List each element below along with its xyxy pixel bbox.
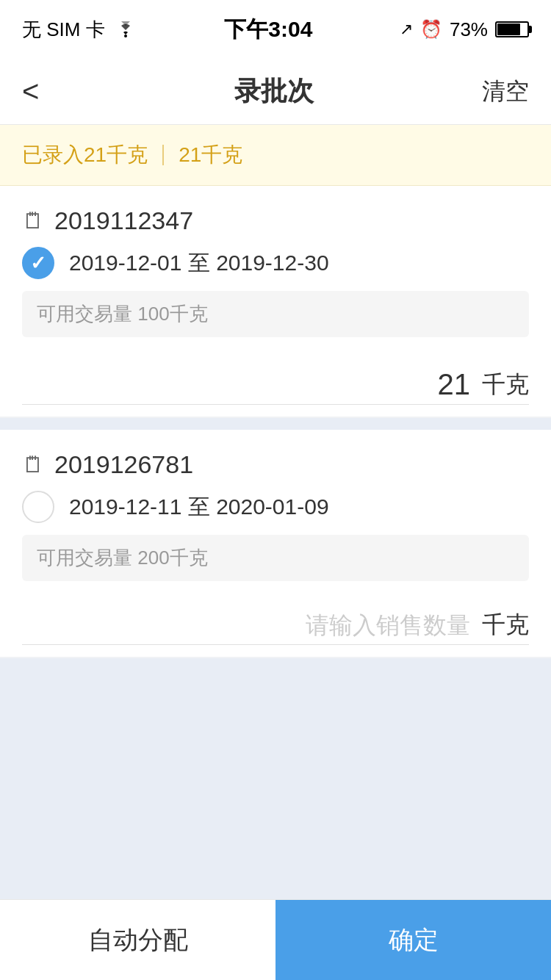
radio-btn-2[interactable]	[22, 491, 54, 523]
info-value: 21千克	[179, 141, 242, 169]
status-bar: 无 SIM 卡 下午3:04 ↗ ⏰ 73%	[0, 0, 551, 59]
batch-icon-2: 🗒	[22, 453, 44, 478]
batch-date-row-1: 2019-12-01 至 2019-12-30	[0, 244, 551, 291]
status-time: 下午3:04	[224, 15, 312, 45]
availability-bar-1: 可用交易量 100千克	[22, 291, 529, 337]
batch-date-row-2: 2019-12-11 至 2020-01-09	[0, 488, 551, 535]
nav-bar: < 录批次 清空	[0, 59, 551, 125]
batch-card-2: 🗒 2019126781 2019-12-11 至 2020-01-09 可用交…	[0, 430, 551, 657]
availability-text-2: 可用交易量 200千克	[37, 547, 208, 569]
quantity-input-row: 千克	[0, 599, 551, 644]
availability-bar-2: 可用交易量 200千克	[22, 535, 529, 581]
info-divider	[162, 145, 164, 165]
info-label: 已录入21千克	[22, 141, 148, 169]
page-title: 录批次	[234, 73, 314, 109]
status-right: ↗ ⏰ 73%	[400, 18, 529, 41]
batch-id-1: 2019112347	[54, 206, 193, 235]
svg-point-0	[124, 35, 127, 37]
batch-header-1: 🗒 2019112347	[0, 186, 551, 244]
batch-date-2: 2019-12-11 至 2020-01-09	[69, 492, 329, 522]
batch-id-2: 2019126781	[54, 450, 193, 479]
confirm-button[interactable]: 确定	[276, 900, 551, 980]
card-spacer-1	[0, 405, 551, 417]
wifi-icon	[114, 21, 137, 37]
card-spacer-2	[0, 645, 551, 657]
info-banner: 已录入21千克 21千克	[0, 125, 551, 186]
quantity-unit-1: 千克	[482, 369, 529, 401]
clear-button[interactable]: 清空	[482, 76, 529, 108]
location-icon: ↗	[400, 20, 413, 39]
status-left: 无 SIM 卡	[22, 17, 137, 43]
batch-header-2: 🗒 2019126781	[0, 430, 551, 488]
battery-percent: 73%	[450, 18, 488, 41]
quantity-unit-2: 千克	[482, 609, 529, 641]
alarm-icon: ⏰	[420, 19, 442, 40]
availability-text-1: 可用交易量 100千克	[37, 303, 208, 325]
quantity-input[interactable]	[250, 612, 470, 639]
batch-date-1: 2019-12-01 至 2019-12-30	[69, 248, 329, 278]
quantity-value: 21	[438, 368, 471, 401]
batch-icon-1: 🗒	[22, 209, 44, 234]
auto-distribute-button[interactable]: 自动分配	[0, 900, 276, 980]
bottom-bar: 自动分配 确定	[0, 899, 551, 980]
radio-btn-1[interactable]	[22, 247, 54, 279]
section-divider	[0, 418, 551, 430]
batch-card-1: 🗒 2019112347 2019-12-01 至 2019-12-30 可用交…	[0, 186, 551, 417]
quantity-display-row: 21 千克	[0, 355, 551, 404]
carrier-text: 无 SIM 卡	[22, 17, 105, 43]
battery-icon	[495, 21, 529, 37]
back-button[interactable]: <	[22, 75, 66, 108]
